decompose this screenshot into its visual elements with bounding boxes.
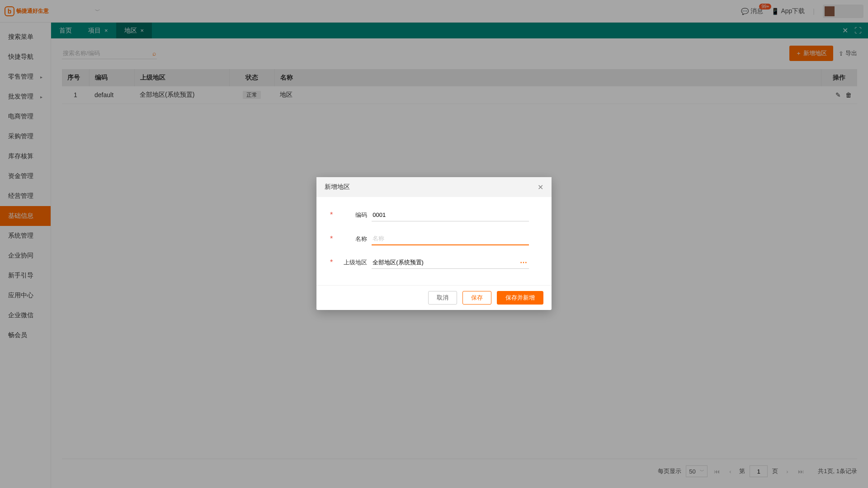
required-mark: * — [330, 211, 333, 219]
name-input[interactable] — [372, 232, 529, 245]
modal-footer: 取消 保存 保存并新增 — [316, 285, 552, 310]
field-code: * 编码 — [330, 209, 529, 221]
required-mark: * — [330, 235, 333, 243]
ellipsis-icon[interactable]: ⋯ — [520, 258, 528, 267]
add-region-modal: 新增地区 ✕ * 编码 * 名称 * 上级地区 全部地区(系统预置) ⋯ 取消 … — [316, 177, 552, 310]
cancel-button[interactable]: 取消 — [428, 291, 457, 305]
save-button[interactable]: 保存 — [462, 291, 491, 305]
close-icon[interactable]: ✕ — [538, 183, 543, 192]
required-mark: * — [330, 258, 333, 267]
parent-label: 上级地区 — [335, 258, 367, 267]
save-and-new-button[interactable]: 保存并新增 — [497, 291, 543, 305]
code-input[interactable] — [372, 209, 529, 221]
code-label: 编码 — [335, 211, 367, 219]
field-parent: * 上级地区 全部地区(系统预置) ⋯ — [330, 256, 529, 269]
modal-title: 新增地区 — [325, 183, 350, 191]
field-name: * 名称 — [330, 232, 529, 245]
name-label: 名称 — [335, 235, 367, 243]
modal-header: 新增地区 ✕ — [316, 177, 552, 197]
parent-select[interactable]: 全部地区(系统预置) ⋯ — [372, 256, 529, 269]
parent-value: 全部地区(系统预置) — [373, 258, 520, 267]
